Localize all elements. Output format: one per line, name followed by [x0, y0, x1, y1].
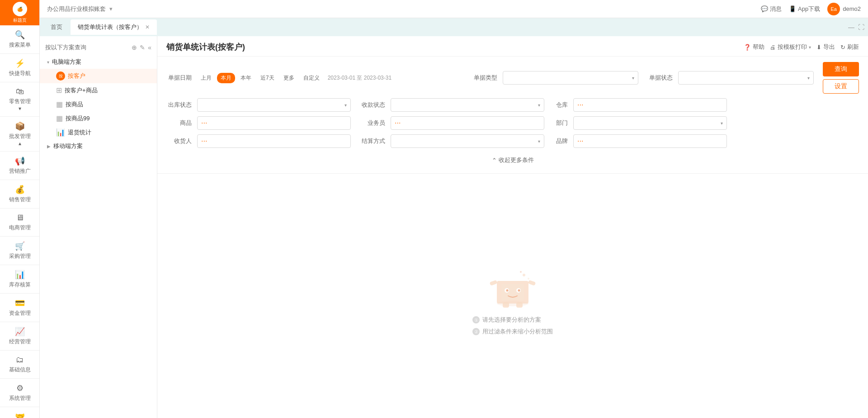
finance-icon: 💳	[15, 298, 25, 308]
message-btn[interactable]: 💬 消息	[761, 5, 782, 13]
tab-maximize-icon[interactable]: ⛶	[858, 24, 864, 31]
sidebar-item-enterprise[interactable]: 🤝 企业协同	[0, 407, 39, 418]
sidebar-item-finance[interactable]: 💳 资金管理	[0, 294, 39, 322]
date-tab-more[interactable]: 更多	[280, 73, 298, 83]
sidebar-item-retail[interactable]: 🛍 零售管理 ▾	[0, 82, 39, 117]
by-customer-icon: 按	[56, 71, 65, 81]
date-tab-this-year[interactable]: 本年	[237, 73, 255, 83]
goods-select[interactable]: ···	[197, 116, 351, 130]
tree-child-returns[interactable]: 📊 退货统计	[40, 125, 157, 139]
status-select[interactable]: ▾	[678, 71, 814, 85]
user-name: demo2	[843, 5, 861, 12]
sidebar-item-nav[interactable]: ⚡ 快捷导航	[0, 54, 39, 82]
svg-rect-10	[516, 302, 523, 308]
message-icon: 💬	[761, 5, 768, 12]
tree-child-by-customer[interactable]: 按 按客户	[40, 69, 157, 83]
receipt-status-select[interactable]: ▾	[391, 98, 544, 112]
tree-child-by-goods-label: 按商品	[66, 100, 83, 109]
sidebar-item-ecommerce[interactable]: 🖥 电商管理	[0, 209, 39, 237]
sidebar-item-marketing[interactable]: 📢 营销推广	[0, 152, 39, 180]
tab-bar: 首页 销货单统计表（按客户） ✕ — ⛶	[40, 18, 868, 36]
user-area[interactable]: Ea demo2	[827, 3, 861, 15]
industry-label: 办公用品行业模拟账套	[47, 5, 106, 13]
collapse-row[interactable]: ⌃ 收起更多条件	[166, 152, 859, 168]
tree-desktop-label: 电脑端方案	[52, 58, 81, 66]
collapse-panel-icon[interactable]: «	[148, 44, 151, 51]
hint-text-2: 用过滤条件来缩小分析范围	[482, 328, 553, 336]
tree-child-customer-goods[interactable]: ⊞ 按客户+商品	[40, 83, 157, 97]
receiver-select[interactable]: ···	[197, 134, 351, 148]
svg-rect-2	[501, 284, 524, 300]
tree-desktop[interactable]: ▾ 电脑端方案	[40, 55, 157, 69]
department-select[interactable]: ▾	[573, 116, 727, 130]
svg-rect-7	[490, 280, 498, 286]
type-select[interactable]: ▾	[503, 71, 638, 85]
tab-home[interactable]: 首页	[43, 19, 70, 35]
app-download-label: App下载	[798, 5, 820, 13]
brand-select[interactable]: ···	[573, 134, 727, 148]
app-download-btn[interactable]: 📱 App下载	[789, 5, 820, 13]
status-label: 单据状态	[644, 74, 673, 82]
date-tab-custom[interactable]: 自定义	[300, 73, 323, 83]
avatar: Ea	[827, 3, 840, 15]
hint-num-1: ①	[472, 316, 480, 323]
out-status-label: 出库状态	[166, 101, 192, 109]
goods-placeholder: ···	[201, 119, 207, 127]
settings-button[interactable]: 设置	[823, 79, 859, 94]
date-tabs: 上月 本月 本年 近7天 更多 自定义	[197, 73, 323, 83]
tab-sales-stat[interactable]: 销货单统计表（按客户） ✕	[71, 19, 157, 35]
logo-area[interactable]: 🍊 标题页	[0, 0, 40, 25]
filter-row-3: 商品 ··· 业务员 ··· 部门 ▾	[166, 116, 859, 130]
sidebar-item-inventory[interactable]: 📊 库存核算	[0, 265, 39, 294]
sidebar-item-system[interactable]: ⚙ 系统管理	[0, 379, 39, 407]
date-tab-last-month[interactable]: 上月	[197, 73, 215, 83]
date-tab-7days[interactable]: 近7天	[257, 73, 278, 83]
sidebar-item-operations[interactable]: 📈 经营管理	[0, 322, 39, 351]
sidebar-item-search-label: 搜索菜单	[9, 41, 31, 49]
tree-child-goods99[interactable]: ▦ 按商品99	[40, 111, 157, 125]
wholesale-expand-icon: ▴	[19, 140, 21, 147]
sidebar-item-basic[interactable]: 🗂 基础信息	[0, 351, 39, 379]
refresh-btn[interactable]: ↻ 刷新	[840, 43, 859, 51]
warehouse-select[interactable]: ···	[573, 98, 727, 112]
add-scheme-icon[interactable]: ⊕	[132, 44, 137, 51]
print-btn[interactable]: 🖨 按模板打印 ▾	[770, 43, 811, 51]
settlement-select[interactable]: ▾	[391, 134, 544, 148]
export-icon: ⬇	[816, 44, 821, 51]
tree-mobile[interactable]: ▶ 移动端方案	[40, 139, 157, 153]
page-actions: ❓ 帮助 🖨 按模板打印 ▾ ⬇ 导出 ↻ 刷新	[744, 43, 859, 51]
tab-minimize-icon[interactable]: —	[848, 24, 854, 31]
inventory-icon: 📊	[15, 270, 25, 280]
tree-child-by-goods[interactable]: ▦ 按商品	[40, 97, 157, 111]
purchase-icon: 🛒	[15, 241, 25, 251]
retail-icon: 🛍	[16, 87, 24, 96]
sidebar-item-wholesale[interactable]: 📦 批发管理 ▴	[0, 117, 39, 152]
sidebar-item-purchase[interactable]: 🛒 采购管理	[0, 237, 39, 265]
date-range-text: 2023-03-01 至 2023-03-31	[328, 74, 392, 82]
out-status-select[interactable]: ▾	[197, 98, 351, 112]
export-btn[interactable]: ⬇ 导出	[816, 43, 835, 51]
tab-close-icon[interactable]: ✕	[145, 24, 150, 30]
sidebar-item-retail-label: 零售管理	[9, 98, 31, 105]
edit-scheme-icon[interactable]: ✎	[140, 44, 145, 51]
help-btn[interactable]: ❓ 帮助	[744, 43, 764, 51]
salesman-placeholder: ···	[395, 119, 401, 127]
tree-desktop-expand: ▾	[47, 60, 49, 65]
tab-sales-stat-label: 销货单统计表（按客户）	[78, 23, 142, 31]
header-left: 办公用品行业模拟账套 ▾	[47, 5, 113, 13]
sidebar-item-sales[interactable]: 💰 销售管理	[0, 180, 39, 209]
system-icon: ⚙	[16, 383, 24, 393]
salesman-select[interactable]: ···	[391, 116, 544, 130]
sidebar-item-system-label: 系统管理	[9, 394, 31, 402]
industry-dropdown-icon[interactable]: ▾	[109, 5, 113, 12]
marketing-icon: 📢	[15, 156, 25, 166]
retail-expand-icon: ▾	[19, 105, 21, 112]
hint-text-1: 请先选择要分析的方案	[482, 316, 541, 324]
svg-point-5	[506, 290, 509, 292]
sidebar-item-search[interactable]: 🔍 搜索菜单	[0, 25, 39, 54]
query-button[interactable]: 查询	[823, 62, 859, 76]
empty-illustration	[486, 256, 540, 310]
date-tab-this-month[interactable]: 本月	[217, 73, 235, 83]
print-icon: 🖨	[770, 44, 776, 51]
sidebar: 🍊 标题页 🔍 搜索菜单 ⚡ 快捷导航 🛍 零售管理 ▾ 📦 批发管理 ▴ 📢 …	[0, 0, 40, 418]
